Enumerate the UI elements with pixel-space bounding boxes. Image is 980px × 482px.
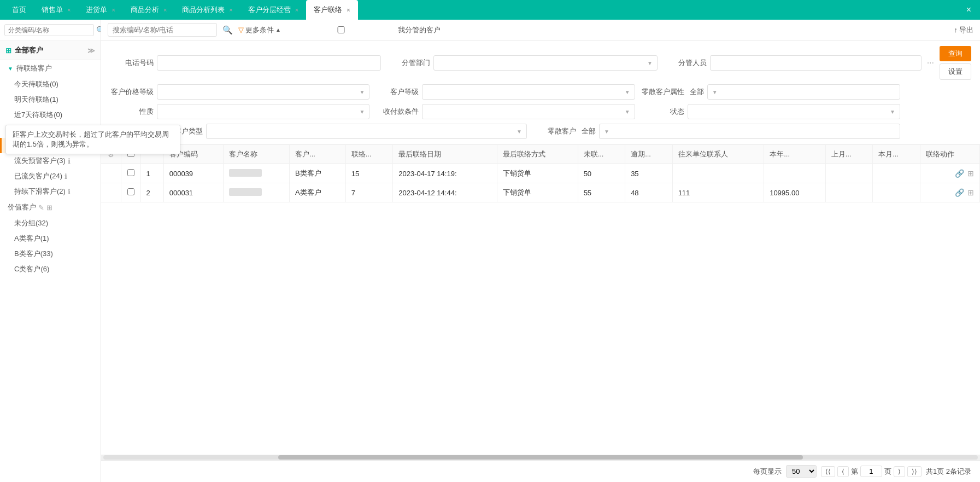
my-customers-checkbox-wrap[interactable]: 我分管的客户 bbox=[286, 25, 441, 35]
table-footer: 每页显示 50 20 100 ⟨⟨ ⟨ 第 页 ⟩ ⟩⟩ 共1页 2条记录 bbox=[101, 460, 980, 482]
th-contact-count: 联络... bbox=[345, 145, 393, 164]
sidebar-item-class-a[interactable]: A类客户(1) bbox=[0, 231, 101, 246]
sidebar-search-input[interactable] bbox=[4, 24, 94, 36]
nav-customer-contact[interactable]: 客户联络 × bbox=[306, 0, 357, 20]
page-number-input[interactable] bbox=[860, 466, 882, 477]
nav-sales[interactable]: 销售单 × bbox=[34, 0, 78, 20]
last-page-button[interactable]: ⟩⟩ bbox=[907, 466, 922, 477]
nav-home[interactable]: 首页 bbox=[4, 0, 34, 20]
dots-button[interactable]: ··· bbox=[927, 58, 934, 68]
sidebar-item-churn-warning[interactable]: 流失预警客户(3) ℹ bbox=[0, 153, 101, 169]
filter-cell-customer-type: 客户类型 ▼ bbox=[159, 124, 527, 139]
per-page-label: 每页显示 bbox=[753, 467, 782, 477]
edit-icon[interactable]: ✎ bbox=[38, 204, 44, 212]
data-table: ⚙ 客户编码 客户名称 客户... 联络... 最后联络日期 最后联络方式 未联… bbox=[101, 145, 980, 202]
filter-retail-customer-value: 全部 bbox=[582, 126, 596, 136]
sidebar-search-icon[interactable]: 🔍 bbox=[96, 26, 101, 34]
settings-button[interactable]: 设置 bbox=[940, 63, 971, 80]
td-thismonth-2 bbox=[873, 183, 920, 202]
nav-analysis[interactable]: 商品分析 × bbox=[123, 0, 174, 20]
filter-price-level-select[interactable]: ▼ bbox=[157, 84, 369, 100]
nav-purchase[interactable]: 进货单 × bbox=[78, 0, 122, 20]
sidebar-item-class-c[interactable]: C类客户(6) bbox=[0, 262, 101, 277]
sidebar-item-class-b-label: B类客户(33) bbox=[14, 249, 53, 259]
filter-status-select[interactable]: ▼ bbox=[688, 104, 900, 119]
filter-retail-attr-select[interactable]: ▼ bbox=[707, 84, 900, 100]
nav-analysis-close[interactable]: × bbox=[163, 0, 167, 20]
query-button[interactable]: 查询 bbox=[940, 46, 971, 61]
filter-retail-customer-select[interactable]: ▼ bbox=[599, 124, 900, 139]
chevron-down-icon-6: ▼ bbox=[625, 109, 630, 115]
action-icons-2: 🔗 ⊞ bbox=[926, 188, 974, 197]
sidebar-item-churned[interactable]: 已流失客户(24) ℹ bbox=[0, 169, 101, 184]
sidebar-collapse-button[interactable]: ≫ bbox=[87, 47, 95, 55]
filter-phone-input[interactable] bbox=[157, 55, 381, 71]
nav-customer-segment-close[interactable]: × bbox=[295, 0, 298, 20]
filter-nature-select[interactable]: ▼ bbox=[157, 104, 369, 119]
data-table-wrap: ⚙ 客户编码 客户名称 客户... 联络... 最后联络日期 最后联络方式 未联… bbox=[101, 145, 980, 455]
page-label: 第 bbox=[851, 467, 858, 477]
more-filters-button[interactable]: ▽ 更多条件 ▲ bbox=[238, 25, 281, 35]
export-button[interactable]: ↑ 导出 bbox=[954, 25, 974, 35]
nav-analysis-list-close[interactable]: × bbox=[229, 0, 232, 20]
first-page-button[interactable]: ⟨⟨ bbox=[821, 466, 835, 477]
sidebar-search-area: 🔍 bbox=[0, 20, 101, 41]
per-page-select[interactable]: 50 20 100 bbox=[786, 465, 817, 478]
window-close-button[interactable]: × bbox=[962, 5, 976, 15]
filter-person-select[interactable] bbox=[710, 55, 922, 71]
horizontal-scrollbar[interactable] bbox=[101, 455, 980, 460]
nav-customer-contact-label: 客户联络 bbox=[314, 0, 342, 20]
filter-cell-customer-level: 客户等级 ▼ bbox=[375, 84, 635, 100]
search-button[interactable]: 🔍 bbox=[222, 25, 233, 35]
sidebar-item-7days[interactable]: 近7天待联络(0) bbox=[0, 107, 101, 123]
next-page-button[interactable]: ⟩ bbox=[894, 466, 905, 477]
th-actions: 联络动作 bbox=[920, 145, 979, 164]
sidebar-item-ungroup-label: 未分组(32) bbox=[14, 218, 48, 228]
my-customers-checkbox[interactable] bbox=[286, 26, 396, 33]
nav-customer-segment-label: 客户分层经营 bbox=[248, 0, 291, 20]
filter-payment-select[interactable]: ▼ bbox=[422, 104, 635, 119]
sidebar-pending-group[interactable]: ▼ 待联络客户 bbox=[0, 60, 101, 77]
nav-purchase-close[interactable]: × bbox=[112, 0, 115, 20]
filter-customer-level-select[interactable]: ▼ bbox=[422, 84, 635, 100]
filter-customer-type-select[interactable]: ▼ bbox=[206, 124, 527, 139]
sidebar-item-class-b[interactable]: B类客户(33) bbox=[0, 246, 101, 262]
td-thisyear-2: 10995.00 bbox=[764, 183, 826, 202]
link-icon-2[interactable]: 🔗 bbox=[955, 188, 964, 197]
filter-retail-customer-label: 零散客户 bbox=[532, 126, 576, 136]
row-1-checkbox[interactable] bbox=[127, 169, 134, 176]
link-icon-1[interactable]: 🔗 bbox=[955, 169, 964, 178]
triangle-icon: ▼ bbox=[8, 66, 13, 72]
grid-icon-2[interactable]: ⊞ bbox=[967, 188, 974, 197]
td-thismonth-1 bbox=[873, 164, 920, 183]
nav-analysis-list[interactable]: 商品分析列表 × bbox=[174, 0, 240, 20]
scrollbar-thumb[interactable] bbox=[278, 455, 803, 460]
td-settings-2 bbox=[101, 183, 121, 202]
sidebar-item-declining[interactable]: 持续下滑客户(2) ℹ bbox=[0, 184, 101, 199]
row-2-checkbox[interactable] bbox=[127, 188, 134, 195]
config-icon[interactable]: ⊞ bbox=[46, 204, 52, 212]
nav-sales-close[interactable]: × bbox=[67, 0, 71, 20]
filter-phone-label: 电话号码 bbox=[110, 58, 154, 68]
chevron-up-icon: ▲ bbox=[275, 27, 281, 33]
prev-page-button[interactable]: ⟨ bbox=[837, 466, 849, 477]
info-icon-3: ℹ bbox=[64, 172, 67, 181]
sidebar-item-today[interactable]: 今天待联络(0) bbox=[0, 77, 101, 92]
chevron-down-icon-8: ▼ bbox=[517, 129, 522, 135]
filter-status-label: 状态 bbox=[641, 107, 684, 117]
filter-dept-select[interactable]: ▼ bbox=[433, 55, 658, 71]
filter-price-level-label: 客户价格等级 bbox=[110, 87, 154, 97]
tooltip-box: 距客户上次交易时长，超过了此客户的平均交易周期的1.5倍，则视为异常。 bbox=[5, 125, 180, 154]
last-method-link-2[interactable]: 下销货单 bbox=[503, 188, 531, 196]
last-method-link-1[interactable]: 下销货单 bbox=[503, 169, 531, 177]
nav-customer-contact-close[interactable]: × bbox=[347, 0, 350, 20]
nav-customer-segment[interactable]: 客户分层经营 × bbox=[240, 0, 306, 20]
td-thisyear-1 bbox=[764, 164, 826, 183]
search-input[interactable] bbox=[108, 23, 217, 37]
info-icon-2: ℹ bbox=[68, 157, 71, 165]
grid-icon-1[interactable]: ⊞ bbox=[967, 169, 974, 178]
scrollbar-track bbox=[103, 455, 978, 460]
sidebar-item-tomorrow[interactable]: 明天待联络(1) bbox=[0, 92, 101, 107]
td-contact-2: 7 bbox=[345, 183, 393, 202]
sidebar-item-ungroup[interactable]: 未分组(32) bbox=[0, 216, 101, 231]
